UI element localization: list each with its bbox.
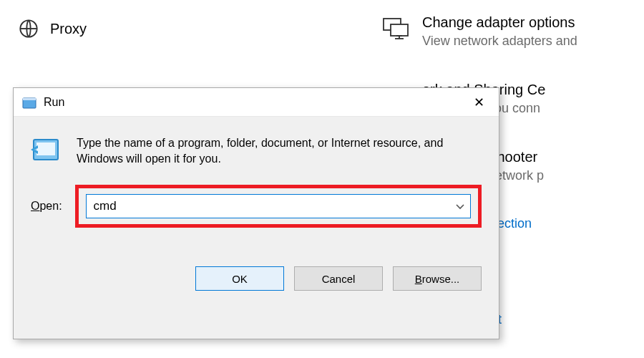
- button-label: OK: [232, 273, 248, 285]
- run-titlebar[interactable]: Run ✕: [14, 88, 499, 117]
- settings-sidebar-item-proxy[interactable]: Proxy: [19, 19, 87, 39]
- settings-option-adapter[interactable]: Change adapter options View network adap…: [422, 14, 644, 49]
- open-input[interactable]: [94, 199, 454, 213]
- run-title-icon: [22, 96, 36, 109]
- sidebar-item-label: Proxy: [50, 21, 87, 37]
- button-label: Cancel: [322, 273, 356, 285]
- chevron-down-icon[interactable]: [454, 200, 466, 212]
- close-icon: ✕: [474, 95, 484, 110]
- svg-rect-2: [391, 24, 408, 36]
- globe-icon: [19, 19, 39, 39]
- svg-rect-7: [23, 98, 36, 100]
- run-title: Run: [44, 96, 462, 109]
- svg-rect-9: [36, 142, 55, 155]
- run-program-icon: [31, 134, 62, 165]
- run-dialog: Run ✕ Type the name of a program, folder…: [13, 87, 499, 339]
- open-label: Open:: [31, 200, 62, 213]
- cancel-button[interactable]: Cancel: [294, 266, 383, 291]
- button-label-accel: B: [415, 273, 422, 285]
- option-title: Change adapter options: [422, 14, 644, 31]
- open-combobox[interactable]: [86, 194, 471, 218]
- run-description: Type the name of a program, folder, docu…: [77, 134, 482, 166]
- input-highlight: [75, 185, 482, 228]
- monitor-icon: [382, 17, 409, 42]
- close-button[interactable]: ✕: [462, 90, 496, 115]
- option-subtitle: View network adapters and: [422, 34, 644, 49]
- browse-button[interactable]: Browse...: [393, 266, 482, 291]
- ok-button[interactable]: OK: [195, 266, 284, 291]
- button-label: rowse...: [422, 273, 460, 285]
